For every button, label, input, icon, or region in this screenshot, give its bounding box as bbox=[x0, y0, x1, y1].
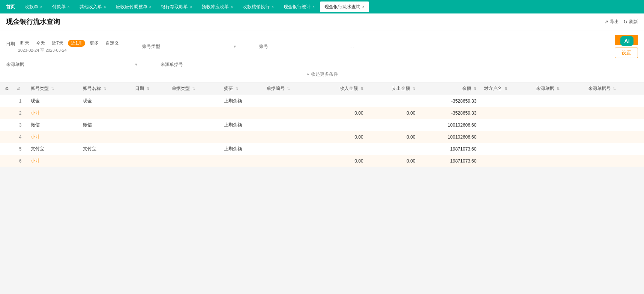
table-cell: 0.00 bbox=[367, 131, 419, 143]
account-dots[interactable]: ... bbox=[349, 43, 355, 49]
page-title: 现金银行流水查询 bbox=[6, 17, 60, 26]
col-source-doc-no[interactable]: 来源单据号 ⇅ bbox=[584, 82, 644, 95]
close-icon[interactable]: × bbox=[104, 5, 106, 9]
close-icon[interactable]: × bbox=[149, 5, 152, 9]
nav-tab-0[interactable]: 收款单 × bbox=[20, 1, 47, 12]
table-cell bbox=[220, 107, 263, 119]
col-source-doc[interactable]: 来源单据 ⇅ bbox=[532, 82, 584, 95]
table-row: 2小计0.000.00-3528659.33 bbox=[0, 107, 644, 119]
col-income[interactable]: 收入金额 ⇅ bbox=[315, 82, 367, 95]
table-row: 3微信微信上期余额100102606.60 bbox=[0, 119, 644, 131]
filter-row-1: 日期 昨天 今天 近7天 近1月 更多 自定义 2023-02-24 至 202… bbox=[6, 35, 638, 58]
date-1month[interactable]: 近1月 bbox=[68, 40, 86, 47]
nav-tab-2[interactable]: 其他收入单 × bbox=[75, 1, 111, 12]
table-cell bbox=[584, 155, 644, 167]
table-cell bbox=[584, 131, 644, 143]
close-icon[interactable]: × bbox=[312, 5, 315, 9]
col-doc-type[interactable]: 单据类型 ⇅ bbox=[168, 82, 220, 95]
table-row: 6小计0.000.0019871073.60 bbox=[0, 155, 644, 167]
col-counterpart[interactable]: 对方户名 ⇅ bbox=[480, 82, 532, 95]
source-doc-select[interactable]: ▾ bbox=[27, 61, 140, 68]
cell-empty bbox=[0, 95, 14, 107]
setting-button[interactable]: 设置 bbox=[615, 48, 638, 58]
close-icon[interactable]: × bbox=[362, 5, 365, 9]
table-row: 1现金现金上期余额-3528659.33 bbox=[0, 95, 644, 107]
account-type-select[interactable]: ▾ bbox=[163, 43, 238, 50]
nav-tab-7[interactable]: 现金银行统计 × bbox=[279, 1, 319, 12]
table-cell: 支付宝 bbox=[27, 143, 79, 155]
table-cell bbox=[480, 119, 532, 131]
chevron-down-icon: ▾ bbox=[234, 44, 236, 49]
col-summary[interactable]: 摘要 ⇅ bbox=[220, 82, 263, 95]
table-row: 5支付宝支付宝上期余额19871073.60 bbox=[0, 143, 644, 155]
nav-tab-8[interactable]: 现金银行流水查询 × bbox=[320, 1, 369, 12]
table-cell bbox=[532, 155, 584, 167]
nav-tab-3[interactable]: 应收应付调整单 × bbox=[111, 1, 156, 12]
col-doc-no[interactable]: 单据编号 ⇅ bbox=[263, 82, 315, 95]
refresh-icon: ↻ bbox=[623, 19, 627, 25]
filter-area: 日期 昨天 今天 近7天 近1月 更多 自定义 2023-02-24 至 202… bbox=[0, 30, 644, 82]
table-cell bbox=[79, 107, 131, 119]
table-cell bbox=[131, 107, 168, 119]
table-cell bbox=[532, 119, 584, 131]
table-cell bbox=[532, 131, 584, 143]
table-cell: 6 bbox=[14, 155, 27, 167]
table-cell bbox=[168, 119, 220, 131]
date-today[interactable]: 今天 bbox=[34, 40, 47, 47]
date-7days[interactable]: 近7天 bbox=[50, 40, 66, 47]
col-account-type[interactable]: 账号类型 ⇅ bbox=[27, 82, 79, 95]
table-cell bbox=[480, 155, 532, 167]
account-filter: 账号 ... bbox=[259, 43, 355, 50]
col-account-name[interactable]: 账号名称 ⇅ bbox=[79, 82, 131, 95]
ai-button[interactable]: Ai bbox=[620, 36, 633, 46]
close-icon[interactable]: × bbox=[68, 5, 70, 9]
table-cell bbox=[263, 143, 315, 155]
close-icon[interactable]: × bbox=[272, 5, 274, 9]
table-cell: 1 bbox=[14, 95, 27, 107]
col-expense[interactable]: 支出金额 ⇅ bbox=[367, 82, 419, 95]
date-label: 日期 bbox=[6, 40, 15, 48]
table-cell: 0.00 bbox=[315, 155, 367, 167]
col-balance[interactable]: 余额 ⇅ bbox=[419, 82, 480, 95]
sort-icon: ⇅ bbox=[287, 87, 290, 91]
source-doc-no-label: 来源单据号 bbox=[161, 61, 183, 68]
date-custom[interactable]: 自定义 bbox=[103, 40, 121, 47]
account-type-filter: 账号类型 ▾ bbox=[142, 43, 238, 50]
date-more[interactable]: 更多 bbox=[87, 40, 101, 47]
table-cell: 上期余额 bbox=[220, 143, 263, 155]
refresh-button[interactable]: ↻ 刷新 bbox=[623, 19, 638, 25]
date-range: 2023-02-24 至 2023-03-24 bbox=[18, 48, 121, 53]
nav-tab-5[interactable]: 预收冲应收单 × bbox=[197, 1, 237, 12]
table-cell bbox=[367, 95, 419, 107]
table-cell: 4 bbox=[14, 131, 27, 143]
close-icon[interactable]: × bbox=[190, 5, 192, 9]
nav-tab-1[interactable]: 付款单 × bbox=[48, 1, 74, 12]
table-cell bbox=[532, 107, 584, 119]
table-cell: 小计 bbox=[27, 131, 79, 143]
sort-icon: ⇅ bbox=[473, 87, 476, 91]
table-cell bbox=[168, 131, 220, 143]
close-icon[interactable]: × bbox=[40, 5, 42, 9]
collapse-button[interactable]: ∧ 收起更多条件 bbox=[306, 71, 338, 78]
table-cell bbox=[584, 107, 644, 119]
nav-tab-6[interactable]: 收款核销执行 × bbox=[238, 1, 278, 12]
col-date[interactable]: 日期 ⇅ bbox=[131, 82, 168, 95]
table-cell: 小计 bbox=[27, 155, 79, 167]
table-cell bbox=[532, 143, 584, 155]
table-cell: 0.00 bbox=[315, 107, 367, 119]
table-cell bbox=[263, 131, 315, 143]
date-options-group: 昨天 今天 近7天 近1月 更多 自定义 2023-02-24 至 2023-0… bbox=[18, 40, 121, 53]
date-options: 昨天 今天 近7天 近1月 更多 自定义 bbox=[18, 40, 121, 47]
nav-home[interactable]: 首页 bbox=[2, 1, 20, 12]
table-cell bbox=[584, 143, 644, 155]
sort-icon: ⇅ bbox=[557, 87, 560, 91]
export-button[interactable]: ↗ 导出 bbox=[604, 19, 619, 25]
nav-tab-4[interactable]: 银行存取款单 × bbox=[156, 1, 197, 12]
table-cell: 现金 bbox=[79, 95, 131, 107]
page-header: 现金银行流水查询 ↗ 导出 ↻ 刷新 bbox=[0, 13, 644, 30]
source-doc-no-input[interactable] bbox=[186, 61, 299, 68]
col-gear[interactable]: ⚙ bbox=[0, 82, 14, 95]
date-yesterday[interactable]: 昨天 bbox=[18, 40, 32, 47]
close-icon[interactable]: × bbox=[231, 5, 233, 9]
account-input[interactable] bbox=[271, 43, 346, 50]
